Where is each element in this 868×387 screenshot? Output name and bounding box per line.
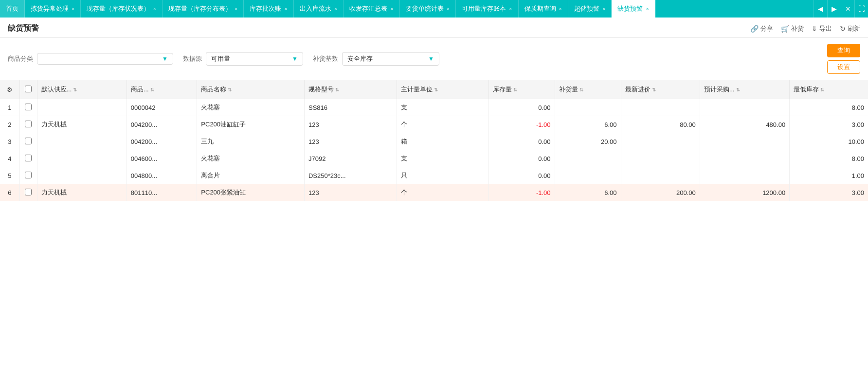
nav-tab-label: 拣货异常处理	[31, 4, 69, 13]
row-unit: 支	[397, 150, 488, 167]
data-table-container: ⚙ 默认供应... ⇅ 商品... ⇅	[0, 80, 868, 201]
nav-tab-11[interactable]: 缺货预警 ×	[612, 0, 655, 18]
export-button[interactable]: ⇓ 导出	[812, 24, 832, 33]
replenish-select[interactable]: 安全库存 ▼	[342, 52, 439, 66]
nav-tab-3[interactable]: 现存量（库存分布表） ×	[163, 0, 244, 18]
nav-tab-7[interactable]: 要货单统计表 ×	[400, 0, 456, 18]
select-all-checkbox[interactable]	[25, 86, 32, 92]
replenish-filter-group: 补货基数 安全库存 ▼	[313, 52, 439, 66]
nav-tab-home[interactable]: 首页	[0, 0, 25, 18]
min-stock-header-label: 最低库存	[794, 85, 819, 94]
unit-header-label: 主计量单位	[401, 85, 433, 94]
nav-controls: ◀ ▶ ✕ ⛶	[814, 0, 868, 18]
name-sort[interactable]: 商品名称 ⇅	[201, 85, 232, 94]
unit-sort[interactable]: 主计量单位 ⇅	[401, 85, 438, 94]
fullscreen-button[interactable]: ⛶	[854, 0, 868, 18]
row-name: 火花塞	[197, 150, 305, 167]
nav-tab-5[interactable]: 出入库流水 ×	[294, 0, 344, 18]
datasource-select[interactable]: 可用量 ▼	[206, 52, 303, 66]
table-body: 1 0000042 火花塞 SS816 支 0.00 8.00 2 力天机械 0…	[0, 99, 868, 201]
row-replenish: 20.00	[555, 133, 621, 150]
close-icon[interactable]: ×	[447, 6, 450, 12]
supplier-column-header: 默认供应... ⇅	[37, 80, 127, 99]
close-icon[interactable]: ×	[235, 6, 237, 12]
row-checkbox[interactable]	[25, 121, 32, 127]
close-icon[interactable]: ×	[153, 6, 156, 12]
main-content: 缺货预警 🔗 分享 🛒 补货 ⇓ 导出 ↻ 刷新 商品分类	[0, 18, 868, 387]
close-icon[interactable]: ×	[509, 6, 512, 12]
row-checkbox[interactable]	[25, 172, 32, 178]
gear-column-header: ⚙	[0, 80, 19, 99]
close-icon[interactable]: ×	[602, 6, 605, 12]
supplier-header-label: 默认供应...	[41, 85, 72, 94]
supplier-sort[interactable]: 默认供应... ⇅	[41, 85, 77, 94]
estimated-header-label: 预计采购...	[704, 85, 735, 94]
row-stock: -1.00	[488, 116, 555, 133]
gear-icon[interactable]: ⚙	[7, 86, 13, 93]
close-icon[interactable]: ×	[646, 6, 649, 12]
header-actions: 🔗 分享 🛒 补货 ⇓ 导出 ↻ 刷新	[750, 24, 860, 33]
share-label: 分享	[760, 24, 773, 33]
export-label: 导出	[819, 24, 832, 33]
row-spec: 123	[304, 133, 397, 150]
replenish-base-label: 补货基数	[313, 54, 338, 63]
nav-tab-4[interactable]: 库存批次账 ×	[244, 0, 293, 18]
row-checkbox[interactable]	[25, 138, 32, 144]
table-row: 4 004600... 火花塞 J7092 支 0.00 8.00	[0, 150, 868, 167]
export-icon: ⇓	[812, 25, 817, 33]
row-checkbox[interactable]	[25, 104, 32, 110]
row-latest-price: 200.00	[621, 184, 700, 201]
nav-tab-6[interactable]: 收发存汇总表 ×	[344, 0, 399, 18]
query-button[interactable]: 查询	[827, 44, 860, 57]
table-row: 6 力天机械 801110... PC200张紧油缸 123 个 -1.00 6…	[0, 184, 868, 201]
commodity-select[interactable]: ▼	[37, 53, 173, 65]
replenish-column-header: 补货量 ⇅	[555, 80, 621, 99]
row-latest-price	[621, 133, 700, 150]
row-replenish	[555, 99, 621, 116]
row-name: PC200张紧油缸	[197, 184, 305, 201]
share-button[interactable]: 🔗 分享	[750, 24, 773, 33]
close-icon[interactable]: ×	[559, 6, 562, 12]
row-spec: DS250*23c...	[304, 167, 397, 184]
stock-header-label: 库存量	[493, 85, 512, 94]
nav-tab-2[interactable]: 现存量（库存状况表） ×	[81, 0, 162, 18]
nav-tab-8[interactable]: 可用量库存账本 ×	[456, 0, 518, 18]
replenish-sort[interactable]: 补货量 ⇅	[559, 85, 583, 94]
estimated-sort[interactable]: 预计采购... ⇅	[704, 85, 740, 94]
stock-sort[interactable]: 库存量 ⇅	[493, 85, 517, 94]
nav-tab-9[interactable]: 保质期查询 ×	[519, 0, 568, 18]
spec-header-label: 规格型号	[308, 85, 334, 94]
code-sort[interactable]: 商品... ⇅	[131, 85, 154, 94]
table-row: 1 0000042 火花塞 SS816 支 0.00 8.00	[0, 99, 868, 116]
spec-sort[interactable]: 规格型号 ⇅	[308, 85, 339, 94]
nav-tab-10[interactable]: 超储预警 ×	[568, 0, 612, 18]
refresh-icon: ↻	[840, 25, 846, 33]
row-checkbox-cell	[19, 167, 37, 184]
page-header: 缺货预警 🔗 分享 🛒 补货 ⇓ 导出 ↻ 刷新	[0, 18, 868, 38]
row-supplier: 力天机械	[37, 116, 127, 133]
close-icon[interactable]: ×	[284, 6, 287, 12]
nav-next-button[interactable]: ▶	[827, 0, 841, 18]
row-replenish	[555, 150, 621, 167]
row-checkbox[interactable]	[25, 155, 32, 161]
refresh-button[interactable]: ↻ 刷新	[840, 24, 860, 33]
row-stock: 0.00	[488, 99, 555, 116]
latest-price-sort[interactable]: 最新进价 ⇅	[625, 85, 656, 94]
nav-tab-1[interactable]: 拣货异常处理 ×	[25, 0, 81, 18]
replenish-button[interactable]: 🛒 补货	[781, 24, 804, 33]
chevron-down-icon: ▼	[428, 55, 434, 62]
estimated-column-header: 预计采购... ⇅	[700, 80, 789, 99]
close-all-button[interactable]: ✕	[841, 0, 854, 18]
setting-button[interactable]: 设置	[827, 60, 860, 74]
row-replenish	[555, 167, 621, 184]
close-icon[interactable]: ×	[390, 6, 393, 12]
row-checkbox-cell	[19, 99, 37, 116]
row-latest-price	[621, 150, 700, 167]
min-stock-sort[interactable]: 最低库存 ⇅	[794, 85, 824, 94]
nav-prev-button[interactable]: ◀	[814, 0, 827, 18]
row-code: 004200...	[127, 116, 197, 133]
close-icon[interactable]: ×	[334, 6, 337, 12]
row-checkbox[interactable]	[25, 189, 32, 195]
nav-tab-label: 库存批次账	[250, 4, 281, 13]
close-icon[interactable]: ×	[72, 6, 74, 12]
